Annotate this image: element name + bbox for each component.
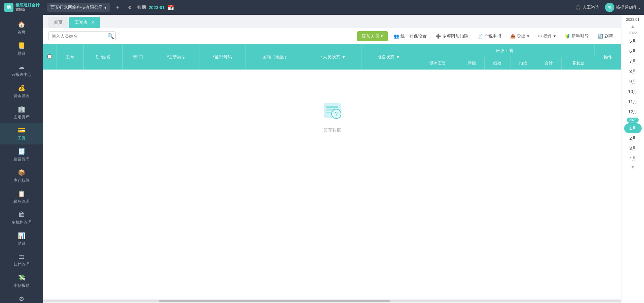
select-all-checkbox[interactable]: [47, 54, 52, 59]
cal-month-5[interactable]: 5月: [624, 36, 642, 46]
cal-month-10[interactable]: 10月: [624, 87, 642, 97]
tab-salary-close[interactable]: ✕: [91, 20, 94, 25]
export-button[interactable]: 📤 导出 ▾: [507, 32, 532, 41]
add-person-dropdown-icon: ▾: [381, 34, 383, 39]
logo-text-group: 畅应通好会计 旗舰版: [15, 3, 40, 12]
sidebar-item-invoice[interactable]: 🧾 发票管理: [0, 144, 43, 166]
guide-btn-icon: 🔰: [565, 34, 570, 39]
sidebar-label-close: 结账: [17, 241, 26, 247]
user-item[interactable]: 畅 畅提通B组...: [605, 3, 640, 12]
settings-button[interactable]: ⚙: [125, 4, 135, 11]
filter-icon-report[interactable]: ▼: [396, 54, 400, 59]
refresh-label: 刷新: [604, 33, 613, 39]
tabs-bar: 首页 工资表 ✕: [43, 15, 621, 28]
logo-subtitle: 旗舰版: [15, 7, 40, 12]
filter-icon-status[interactable]: ▼: [341, 54, 346, 59]
search-input[interactable]: [51, 34, 105, 39]
sidebar-label-salary: 工资: [17, 135, 26, 141]
sidebar-item-salary[interactable]: 💳 工资: [0, 123, 43, 144]
tab-home[interactable]: 首页: [48, 17, 68, 28]
close-accounts-icon: 📊: [18, 232, 25, 240]
th-checkbox[interactable]: [43, 44, 56, 70]
th-base-salary: *基本工资: [415, 57, 459, 70]
add-person-button[interactable]: 添加人员 ▾: [357, 31, 388, 41]
sidebar-item-close-accounts[interactable]: 📊 结账: [0, 229, 43, 250]
tax-icon-btn: 📄: [477, 34, 483, 39]
calendar-icon[interactable]: 📅: [167, 4, 174, 11]
inventory-icon: 📦: [18, 169, 25, 176]
sidebar-item-fixed-assets[interactable]: 🏢 固定资产: [0, 102, 43, 123]
tab-salary[interactable]: 工资表 ✕: [69, 17, 100, 28]
sidebar-item-inventory[interactable]: 📦 库存核算: [0, 166, 43, 187]
multi-org-icon: 🏛: [18, 211, 25, 218]
sidebar-label-home: 首页: [17, 30, 26, 35]
sidebar-item-tax[interactable]: 📋 税务管理: [0, 187, 43, 208]
company-selector[interactable]: 西安虾米网络科技有限公司 ▾: [47, 3, 110, 12]
sidebar-item-archive[interactable]: 🗃 归档管理: [0, 250, 43, 271]
th-deduction: 扣款: [510, 57, 536, 70]
svg-text:?: ?: [335, 111, 338, 117]
sidebar-item-expense[interactable]: 💸 小畅报销: [0, 271, 43, 292]
th-name: ⇅ *姓名: [83, 44, 123, 70]
scrollbar-thumb[interactable]: [159, 300, 390, 302]
special-deduction-button[interactable]: ➕ 专项附加扣除: [433, 32, 471, 41]
operations-dropdown-icon: ▾: [554, 34, 556, 39]
sidebar-item-settings[interactable]: ⚙ 基础设置: [0, 292, 43, 303]
content-area: 首页 工资表 ✕ 🔍 添加人员 ▾: [43, 15, 621, 303]
cal-month-6[interactable]: 6月: [624, 46, 642, 56]
table-scrollbar[interactable]: [43, 299, 621, 303]
sidebar-item-home[interactable]: 🏠 首页: [0, 17, 43, 39]
refresh-icon: 🔄: [598, 34, 603, 39]
add-company-button[interactable]: ＋: [113, 3, 122, 12]
cal-month-2023-2[interactable]: 2月: [624, 133, 642, 143]
sidebar-label-invoice: 发票管理: [13, 157, 30, 162]
cal-month-2023-3[interactable]: 3月: [624, 143, 642, 154]
scrollbar-track[interactable]: [43, 300, 621, 302]
toolbar: 🔍 添加人员 ▾ 👥 统一社保设置 ➕ 专项附加扣除: [43, 28, 621, 44]
th-status: *人员状态 ▼: [305, 44, 362, 70]
cal-month-8[interactable]: 8月: [624, 67, 642, 77]
logo-area: 畅 畅应通好会计 旗舰版: [4, 3, 44, 12]
cal-month-2023-1[interactable]: 1月: [624, 123, 642, 133]
th-pension: 养老金: [562, 57, 595, 70]
logo-icon: 畅: [4, 3, 13, 12]
calendar-nav-down[interactable]: ▼: [630, 164, 636, 170]
calendar-nav-up[interactable]: ▲: [630, 23, 636, 30]
cal-month-9[interactable]: 9月: [624, 77, 642, 87]
table-wrapper: 工号 ⇅ *姓名 *部门 *证型类型 *证型号码 国籍（地区） *人员状态 ▼: [43, 44, 621, 299]
cal-month-2023-4[interactable]: 4月: [624, 154, 642, 164]
social-icon: 👥: [394, 34, 399, 39]
operations-button[interactable]: ⚙ 操作 ▾: [535, 32, 559, 41]
sidebar-item-multi-org[interactable]: 🏛 多机构管理: [0, 208, 43, 229]
sidebar-item-ledger[interactable]: 📒 总账: [0, 39, 43, 60]
th-id: 工号: [56, 44, 83, 70]
home-icon: 🏠: [18, 21, 25, 28]
company-dropdown-icon: ▾: [104, 5, 107, 10]
help-item[interactable]: 🎧 人工咨询: [575, 4, 600, 10]
tax-report-button[interactable]: 📄 个税申报: [475, 32, 504, 41]
refresh-button[interactable]: 🔄 刷新: [595, 32, 616, 41]
sidebar-item-cloud-report[interactable]: ☁ 云报表中心: [0, 60, 43, 81]
add-person-label: 添加人员: [362, 33, 379, 39]
th-nationality: 国籍（地区）: [245, 44, 305, 70]
cal-month-7[interactable]: 7月: [624, 56, 642, 67]
sidebar-label-cloud: 云报表中心: [11, 72, 32, 78]
user-label: 畅提通B组...: [616, 4, 640, 10]
empty-text: 暂无数据: [324, 127, 341, 133]
social-security-button[interactable]: 👥 统一社保设置: [391, 32, 429, 41]
operations-icon: ⚙: [538, 34, 542, 39]
sidebar-label-ledger: 总账: [17, 51, 26, 56]
th-allowance: 津贴: [459, 57, 485, 70]
cal-month-12[interactable]: 12月: [624, 107, 642, 117]
search-icon: 🔍: [107, 33, 114, 39]
deduction-label: 专项附加扣除: [442, 33, 468, 39]
th-id-type: *证型类型: [153, 44, 199, 70]
calendar-panel: 2023.01 ▲ 2022 5月 6月 7月 8月 9月 10月 11月 12…: [621, 15, 644, 303]
period-value: 2023-01: [149, 5, 165, 10]
cal-month-11[interactable]: 11月: [624, 97, 642, 107]
avatar: 畅: [605, 3, 614, 12]
sidebar-item-fund[interactable]: 💰 资金管理: [0, 81, 43, 102]
th-total: 合计: [536, 57, 562, 70]
toolbar-right: 添加人员 ▾ 👥 统一社保设置 ➕ 专项附加扣除 📄 个税申报: [357, 31, 616, 41]
guide-button[interactable]: 🔰 新手引导: [562, 32, 592, 41]
